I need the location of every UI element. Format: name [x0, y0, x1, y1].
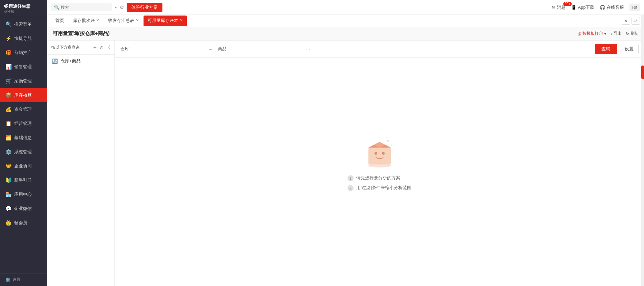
newbie-icon: 🔰	[5, 177, 11, 183]
sidebar-item-label: 应用中心	[14, 191, 32, 198]
sidebar-item-label: 企业协同	[14, 163, 32, 169]
headset-icon: 🎧	[600, 5, 605, 10]
tab-available[interactable]: 可用量库存账本 ✕	[144, 16, 187, 26]
filter-panel-header: 按以下方案查询 ＋ ⊙ 《	[47, 41, 114, 55]
topbar-search-box[interactable]: 🔍	[51, 3, 112, 11]
sidebar-item-shortcut[interactable]: ⚡ 快捷导航	[0, 31, 47, 46]
message-button[interactable]: ✉ 消息 99+	[552, 4, 566, 10]
filter-item-label: 仓库+商品	[60, 58, 81, 64]
app-download-label: App下载	[578, 4, 594, 10]
sidebar-item-appstore[interactable]: 🏪 应用中心	[0, 187, 47, 202]
empty-state: 1 请先选择要分析的方案 2 用[过滤]条件来缩小分析范围	[115, 58, 644, 286]
industry-button[interactable]: 体验行业方案	[127, 3, 162, 12]
sidebar-item-marketing[interactable]: 🎁 营销推广	[0, 46, 47, 60]
user-menu[interactable]: Rit	[629, 4, 640, 11]
export-icon: ↓	[610, 31, 612, 36]
handshake-icon: 🤝	[5, 163, 11, 169]
sidebar-item-label: 搜索菜单	[14, 21, 32, 27]
tabs-controls: ✕ ⤢	[622, 17, 640, 25]
sidebar-item-cooperation[interactable]: 🤝 企业协同	[0, 159, 47, 173]
empty-tip-1: 1 请先选择要分析的方案	[347, 175, 411, 181]
sidebar-item-basic[interactable]: 🗂️ 基础信息	[0, 131, 47, 145]
member-icon: 👑	[5, 220, 11, 226]
goods-field: 商品 ···	[218, 45, 310, 53]
sidebar: 畅康通好生意 标准版 🔍 搜索菜单 ⚡ 快捷导航 🎁 营销推广 📊 销售管理 🛒…	[0, 0, 47, 286]
tab-label: 库存批次账	[73, 18, 95, 24]
query-button[interactable]: 查询	[595, 44, 617, 54]
filter-item-warehouse-goods[interactable]: 🔄 仓库+商品	[47, 55, 114, 68]
scrollbar-thumb[interactable]	[641, 66, 644, 79]
goods-more-button[interactable]: ···	[306, 47, 310, 52]
sidebar-item-label: 采购管理	[14, 78, 32, 84]
main: 🔍 ▾ ⚙ 体验行业方案 ✉ 消息 99+ 📱 App下载 🎧 在线客服 Rit	[47, 0, 644, 286]
svg-point-9	[386, 137, 387, 138]
close-tab-button[interactable]: ✕	[622, 17, 630, 25]
warehouse-input[interactable]	[132, 45, 206, 53]
close-icon[interactable]: ✕	[96, 18, 99, 23]
query-bar: 仓库 ··· 商品 ··· 查询 设置	[115, 41, 644, 58]
sidebar-item-member[interactable]: 👑 畅会员	[0, 216, 47, 230]
right-scrollbar[interactable]	[641, 15, 644, 286]
sidebar-item-inventory[interactable]: 📦 库存核算	[0, 88, 47, 102]
sidebar-item-purchase[interactable]: 🛒 采购管理	[0, 74, 47, 88]
sidebar-item-operation[interactable]: 📋 经营管理	[0, 116, 47, 131]
fullscreen-button[interactable]: ⤢	[632, 17, 640, 25]
refresh-icon: ↻	[626, 31, 629, 36]
print-button[interactable]: 🖨 按模板打印 ▾	[577, 31, 606, 36]
tab-label: 收发存汇总表	[108, 18, 134, 24]
warehouse-more-button[interactable]: ···	[209, 47, 212, 52]
filter-panel: 按以下方案查询 ＋ ⊙ 《 🔄 仓库+商品	[47, 41, 115, 286]
chart-icon: 📊	[5, 64, 11, 70]
sidebar-item-newbie[interactable]: 🔰 新手引导	[0, 173, 47, 187]
sidebar-item-label: 快捷导航	[14, 35, 32, 42]
dropdown-icon[interactable]: ▾	[115, 5, 117, 10]
page-title: 可用量查询(按仓库+商品)	[53, 30, 110, 37]
sidebar-item-label: 资金管理	[14, 106, 32, 112]
scheme-icon: 🔄	[52, 58, 58, 64]
close-icon[interactable]: ✕	[180, 18, 183, 23]
sidebar-item-wechat[interactable]: 💬 企业微信	[0, 202, 47, 216]
export-button[interactable]: ↓ 导出	[610, 31, 622, 36]
sidebar-item-finance[interactable]: 💰 资金管理	[0, 102, 47, 116]
tab-batch[interactable]: 库存批次账 ✕	[69, 16, 103, 26]
dropdown-icon[interactable]: ▾	[604, 31, 606, 36]
service-label: 在线客服	[607, 4, 624, 10]
sidebar-settings[interactable]: ⚙️ 设置	[0, 273, 47, 286]
sidebar-item-system[interactable]: ⚙️ 系统管理	[0, 145, 47, 159]
sidebar-logo: 畅康通好生意 标准版	[0, 0, 47, 17]
sidebar-item-search[interactable]: 🔍 搜索菜单	[0, 17, 47, 31]
close-icon[interactable]: ✕	[136, 18, 139, 23]
cart-icon: 🛒	[5, 78, 11, 84]
app-download-button[interactable]: 📱 App下载	[571, 4, 594, 10]
right-panel: 仓库 ··· 商品 ··· 查询 设置	[115, 41, 644, 286]
tip-num-2: 2	[347, 185, 354, 191]
add-scheme-icon[interactable]: ＋	[92, 44, 98, 51]
tab-collect[interactable]: 收发存汇总表 ✕	[104, 16, 143, 26]
svg-point-7	[387, 140, 389, 142]
sidebar-scroll: 🔍 搜索菜单 ⚡ 快捷导航 🎁 营销推广 📊 销售管理 🛒 采购管理 📦 库存核…	[0, 17, 47, 273]
empty-tip-2: 2 用[过滤]条件来缩小分析范围	[347, 185, 411, 191]
wechat-icon: 💬	[5, 206, 11, 212]
sidebar-item-label: 销售管理	[14, 64, 32, 70]
goods-input[interactable]	[229, 45, 304, 53]
settings-button[interactable]: 设置	[620, 44, 639, 54]
gear-icon: ⚙️	[5, 149, 11, 155]
tip-text-1: 请先选择要分析的方案	[356, 175, 400, 181]
topbar: 🔍 ▾ ⚙ 体验行业方案 ✉ 消息 99+ 📱 App下载 🎧 在线客服 Rit	[47, 0, 644, 15]
refresh-button[interactable]: ↻ 刷新	[626, 31, 639, 36]
svg-rect-1	[368, 148, 391, 164]
filter-panel-title: 按以下方案查询	[51, 45, 80, 50]
tab-home[interactable]: 首页	[51, 16, 68, 26]
topbar-right: ✉ 消息 99+ 📱 App下载 🎧 在线客服 Rit	[552, 4, 640, 11]
print-icon: 🖨	[577, 31, 581, 36]
sidebar-item-sales[interactable]: 📊 销售管理	[0, 60, 47, 74]
settings-icon[interactable]: ⚙	[120, 4, 124, 10]
scheme-settings-icon[interactable]: ⊙	[100, 45, 104, 50]
tabs-bar: 首页 库存批次账 ✕ 收发存汇总表 ✕ 可用量库存账本 ✕ ✕ ⤢	[47, 15, 644, 27]
collapse-icon[interactable]: 《	[106, 45, 110, 51]
search-input[interactable]	[61, 5, 95, 10]
empty-illustration	[361, 132, 398, 170]
empty-tips: 1 请先选择要分析的方案 2 用[过滤]条件来缩小分析范围	[347, 175, 411, 191]
online-service-button[interactable]: 🎧 在线客服	[600, 4, 624, 10]
sidebar-item-label: 基础信息	[14, 135, 32, 141]
